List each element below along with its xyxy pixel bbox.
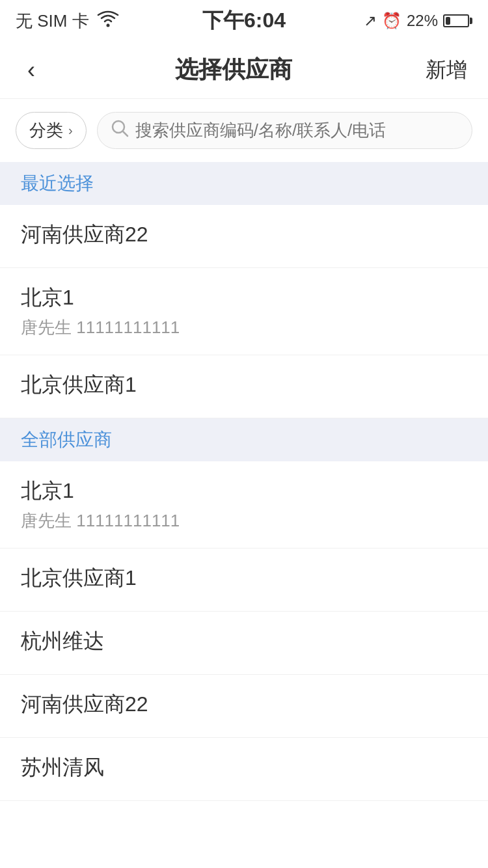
status-bar: 无 SIM 卡 下午6:04 ↗ ⏰ 22% xyxy=(0,0,488,42)
recent-section-label: 最近选择 xyxy=(21,173,94,193)
list-item[interactable]: 河南供应商22 xyxy=(0,675,488,738)
item-name: 苏州清风 xyxy=(21,753,467,782)
search-input[interactable] xyxy=(135,120,459,141)
item-name: 河南供应商22 xyxy=(21,221,467,249)
search-box[interactable] xyxy=(97,112,472,149)
nav-bar: ‹ 选择供应商 新增 xyxy=(0,42,488,99)
all-list: 北京1唐先生 11111111111北京供应商1杭州维达河南供应商22苏州清风 xyxy=(0,461,488,801)
all-section-label: 全部供应商 xyxy=(21,429,112,450)
add-button[interactable]: 新增 xyxy=(426,56,467,85)
battery-percent: 22% xyxy=(407,12,438,30)
battery-icon xyxy=(443,14,472,27)
list-item[interactable]: 北京1唐先生 11111111111 xyxy=(0,268,488,355)
list-item[interactable]: 苏州清风 xyxy=(0,738,488,801)
list-item[interactable]: 北京供应商1 xyxy=(0,355,488,418)
location-icon: ↗ xyxy=(364,12,377,30)
recent-list: 河南供应商22北京1唐先生 11111111111北京供应商1 xyxy=(0,205,488,418)
filter-bar: 分类 › xyxy=(0,99,488,162)
list-item[interactable]: 河南供应商22 xyxy=(0,205,488,268)
item-sub: 唐先生 11111111111 xyxy=(21,316,467,339)
status-left: 无 SIM 卡 xyxy=(16,10,119,33)
item-name: 北京1 xyxy=(21,284,467,312)
item-name: 北京供应商1 xyxy=(21,564,467,593)
status-right: ↗ ⏰ 22% xyxy=(364,12,472,30)
item-name: 北京供应商1 xyxy=(21,371,467,400)
item-name: 河南供应商22 xyxy=(21,690,467,719)
category-label: 分类 xyxy=(29,119,63,142)
item-name: 杭州维达 xyxy=(21,627,467,656)
item-sub: 唐先生 11111111111 xyxy=(21,509,467,532)
category-button[interactable]: 分类 › xyxy=(16,112,87,149)
list-item[interactable]: 北京1唐先生 11111111111 xyxy=(0,461,488,549)
svg-line-2 xyxy=(123,131,128,136)
wifi-icon xyxy=(97,10,119,32)
search-icon xyxy=(111,119,129,142)
svg-point-0 xyxy=(106,23,109,27)
recent-section-header: 最近选择 xyxy=(0,162,488,205)
list-item[interactable]: 北京供应商1 xyxy=(0,549,488,612)
back-button[interactable]: ‹ xyxy=(21,50,42,90)
all-section-header: 全部供应商 xyxy=(0,418,488,461)
alarm-icon: ⏰ xyxy=(382,12,401,30)
chevron-right-icon: › xyxy=(68,123,73,138)
list-item[interactable]: 杭州维达 xyxy=(0,612,488,675)
page-title: 选择供应商 xyxy=(175,54,292,86)
carrier-text: 无 SIM 卡 xyxy=(16,10,89,33)
item-name: 北京1 xyxy=(21,477,467,506)
status-time: 下午6:04 xyxy=(202,7,286,35)
